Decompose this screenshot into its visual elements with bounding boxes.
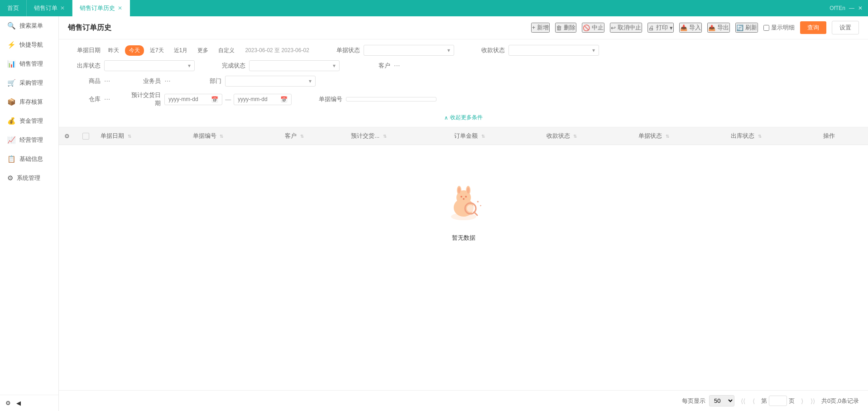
svg-point-7 [460,196,462,198]
pay-status-select[interactable]: ▾ [508,45,599,56]
settings-button[interactable]: 设置 [832,21,859,34]
sidebar-collapse-icon[interactable]: ◀ [16,400,21,406]
product-filter-label: 商品 [68,77,104,85]
date-btn-yesterday[interactable]: 昨天 [104,45,123,56]
th-order-status-label: 单据状态 [638,132,662,139]
cancel-stop-button[interactable]: ↩ 取消中止 [610,23,642,33]
sidebar-item-inventory[interactable]: 📦 库存核算 [0,92,58,111]
sort-pay-status-icon[interactable]: ⇅ [573,134,577,139]
tab-sales-order[interactable]: 销售订单 ✕ [27,0,72,16]
order-status-select[interactable]: ▾ [364,45,454,56]
calendar-from-icon[interactable]: 📅 [211,96,218,103]
delivery-date-from[interactable]: 📅 [164,94,222,105]
delivery-date-to[interactable]: 📅 [234,94,292,105]
th-amount[interactable]: 订单金额 ⇅ [449,127,541,145]
collapse-bar[interactable]: ∧ 收起更多条件 [68,112,859,121]
sidebar-item-sales[interactable]: 📊 销售管理 [0,54,58,73]
print-button-label: 打印 [656,24,668,32]
stop-button[interactable]: 🚫 中止 [582,23,604,33]
date-btn-1month[interactable]: 近1月 [170,45,192,56]
salesperson-filter-input[interactable]: ··· [164,77,170,85]
th-order-status[interactable]: 单据状态 ⇅ [633,127,725,145]
th-date[interactable]: 单据日期 ⇅ [95,127,187,145]
new-button[interactable]: + 新增 [531,23,550,33]
sort-date-icon[interactable]: ⇅ [128,134,131,139]
th-no[interactable]: 单据编号 ⇅ [187,127,280,145]
sidebar-item-basicinfo[interactable]: 📋 基础信息 [0,150,58,169]
top-bar-user-text: OfTEn [830,5,845,11]
prev-page-button[interactable]: ⟨ [750,396,758,406]
department-filter-select[interactable]: ▾ [225,76,316,87]
export-icon: 📤 [708,24,715,31]
th-settings[interactable]: ⚙ [59,127,77,145]
import-button-label: 导入 [689,24,701,32]
date-btn-more[interactable]: 更多 [193,45,212,56]
next-page-button[interactable]: ⟩ [798,396,806,406]
sidebar-item-operations[interactable]: 📈 经营管理 [0,131,58,150]
per-page-select[interactable]: 20 50 100 [709,395,734,406]
product-filter-input[interactable]: ··· [104,77,110,85]
import-button[interactable]: 📥 导入 [679,23,702,33]
pagination: 每页显示 20 50 100 ⟨⟨ ⟨ 第 1 页 ⟩ ⟩⟩ 共0页,0条记录 [59,390,868,411]
outbound-status-select[interactable]: ▾ [104,60,195,71]
th-check[interactable] [77,127,95,145]
customer-filter-input[interactable]: ··· [394,62,400,70]
delete-button[interactable]: 🗑 删除 [555,23,576,33]
th-delivery-label: 预计交货... [351,132,379,139]
sidebar-item-sales-label: 销售管理 [19,60,43,68]
th-customer[interactable]: 客户 ⇅ [279,127,345,145]
date-btn-custom[interactable]: 自定义 [214,45,239,56]
date-btn-7days[interactable]: 近7天 [146,45,168,56]
date-btn-today[interactable]: 今天 [125,45,144,56]
sort-out-status-icon[interactable]: ⇅ [758,134,762,139]
th-delivery[interactable]: 预计交货... ⇅ [345,127,449,145]
sidebar-item-finance[interactable]: 💰 资金管理 [0,111,58,131]
complete-status-select[interactable]: ▾ [249,60,340,71]
sort-no-icon[interactable]: ⇅ [220,134,223,139]
order-no-input[interactable] [346,97,436,102]
sidebar-item-purchase-label: 采购管理 [19,79,43,87]
sort-amount-icon[interactable]: ⇅ [481,134,485,139]
delivery-date-to-input[interactable] [238,96,278,102]
display-toggle-checkbox[interactable] [763,25,769,31]
sort-delivery-icon[interactable]: ⇅ [383,134,387,139]
tab-sales-order-close[interactable]: ✕ [60,5,65,11]
sidebar-item-purchase[interactable]: 🛒 采购管理 [0,73,58,92]
th-customer-label: 客户 [285,132,297,139]
select-all-checkbox[interactable] [82,133,89,140]
calendar-to-icon[interactable]: 📅 [280,96,288,103]
th-pay-status[interactable]: 收款状态 ⇅ [541,127,633,145]
collapse-up-icon: ∧ [444,115,448,121]
filter-row-4: 仓库 ··· 预计交货日期 📅 — 📅 单据编号 [68,91,859,107]
window-close[interactable]: ✕ [858,5,863,11]
sidebar-item-search[interactable]: 🔍 搜索菜单 [0,16,58,35]
warehouse-filter-input[interactable]: ··· [104,95,110,103]
trash-icon: 🗑 [556,24,562,31]
sidebar-item-quicknav[interactable]: ⚡ 快捷导航 [0,35,58,54]
complete-status-arrow: ▾ [333,63,336,69]
window-minimize[interactable]: — [849,5,854,11]
sort-order-status-icon[interactable]: ⇅ [666,134,669,139]
top-bar: 首页 销售订单 ✕ 销售订单历史 ✕ OfTEn — ✕ [0,0,868,16]
tab-home[interactable]: 首页 [0,0,27,16]
tab-sales-history-close[interactable]: ✕ [118,5,122,11]
refresh-button[interactable]: 🔄 刷新 [735,23,758,33]
th-out-status[interactable]: 出库状态 ⇅ [725,127,818,145]
tab-sales-history[interactable]: 销售订单历史 ✕ [72,0,130,16]
first-page-button[interactable]: ⟨⟨ [738,396,748,406]
last-page-button[interactable]: ⟩⟩ [808,396,818,406]
data-table: ⚙ 单据日期 ⇅ 单据编号 ⇅ 客户 ⇅ [59,127,868,278]
sidebar-settings-icon[interactable]: ⚙ [5,400,11,406]
export-button[interactable]: 📤 导出 [707,23,730,33]
svg-point-8 [465,196,467,198]
delivery-date-label: 预计交货日期 [128,91,164,107]
sort-customer-icon[interactable]: ⇅ [300,134,304,139]
svg-point-5 [458,187,460,193]
query-button[interactable]: 查询 [800,21,826,34]
page-number-input[interactable]: 1 [769,396,787,406]
sidebar-item-system[interactable]: ⚙ 系统管理 [0,169,58,188]
print-button[interactable]: 🖨 打印 ▾ [647,23,674,33]
delivery-date-from-input[interactable] [168,96,209,102]
refresh-button-label: 刷新 [745,24,757,32]
sidebar-item-operations-label: 经营管理 [19,136,43,144]
